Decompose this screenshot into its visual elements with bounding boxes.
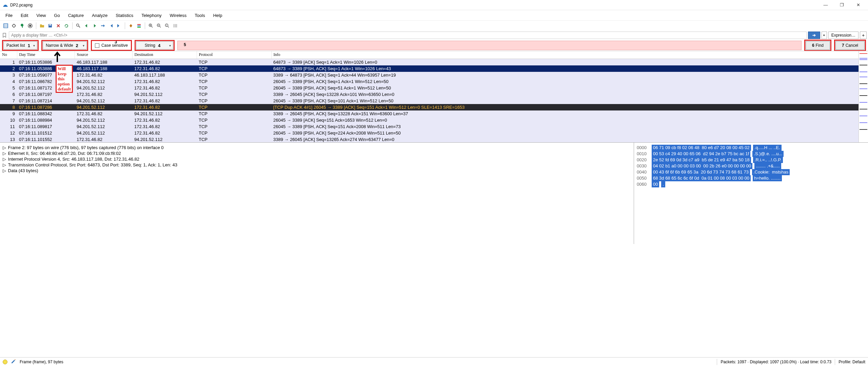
display-filter-input[interactable] xyxy=(9,32,807,39)
bookmark-icon[interactable] xyxy=(1,32,7,38)
col-time[interactable]: Day Time xyxy=(17,51,75,59)
charset-dropdown[interactable]: Narrow & Wide 2 xyxy=(43,41,87,49)
goto-last-icon[interactable] xyxy=(115,22,123,29)
table-row[interactable]: 607:16:11.087197172.31.46.8294.201.52.11… xyxy=(0,91,868,98)
filter-bar: ➔ ▾ Expression… + xyxy=(0,30,868,40)
table-row[interactable]: 807:16:11.08728694.201.52.112172.31.46.8… xyxy=(0,104,868,110)
goto-first-icon[interactable] xyxy=(107,22,115,29)
charset-label: Narrow & Wide xyxy=(46,43,73,48)
svg-line-9 xyxy=(79,26,80,27)
packet-table: No Day Time Source Destination Protocol … xyxy=(0,51,868,142)
close-button[interactable]: ✕ xyxy=(853,2,863,8)
search-in-wrap: Packet list 1 xyxy=(2,40,39,51)
hex-line[interactable]: 006000. xyxy=(637,181,865,187)
tree-item[interactable]: ▷ Internet Protocol Version 4, Src: 46.1… xyxy=(3,156,631,162)
filter-history-dropdown[interactable]: ▾ xyxy=(822,32,827,39)
menu-edit[interactable]: Edit xyxy=(17,12,32,19)
zoom-in-icon[interactable] xyxy=(147,22,155,29)
tree-item[interactable]: ▷ Data (43 bytes) xyxy=(3,168,631,174)
hex-view[interactable]: 000006 71 09 cb f8 02 06 48 80 e6 d7 20 … xyxy=(634,143,868,244)
apply-filter-button[interactable]: ➔ xyxy=(808,32,820,39)
table-row[interactable]: 107:16:11.05388646.183.117.188172.31.46.… xyxy=(0,59,868,65)
stop-capture-icon[interactable] xyxy=(26,22,34,29)
start-capture-icon[interactable] xyxy=(18,22,26,29)
colorize-icon[interactable] xyxy=(135,22,143,29)
cancel-button[interactable]: 7 Cancel xyxy=(835,41,865,50)
hex-line[interactable]: 003004 02 b1 a0 00 00 03 00 00 2b 26 e0 … xyxy=(637,163,865,169)
resize-columns-icon[interactable] xyxy=(172,22,179,29)
zoom-out-icon[interactable] xyxy=(155,22,163,29)
case-sensitive-checkbox[interactable]: Case sensitive xyxy=(92,41,131,49)
table-row[interactable]: 907:16:11.088342172.31.46.8294.201.52.11… xyxy=(0,110,868,117)
menu-statistics[interactable]: Statistics xyxy=(112,12,137,19)
annotation-2: 2 xyxy=(76,43,78,48)
table-row[interactable]: 207:16:11.05388646.183.117.188172.31.46.… xyxy=(0,65,868,72)
col-dst[interactable]: Destination xyxy=(132,51,197,59)
search-in-dropdown[interactable]: Packet list 1 xyxy=(3,41,37,49)
menu-view[interactable]: View xyxy=(32,12,50,19)
find-icon[interactable] xyxy=(75,22,82,29)
packet-list[interactable]: No Day Time Source Destination Protocol … xyxy=(0,51,868,142)
hex-line[interactable]: 000006 71 09 cb f8 02 06 48 80 e6 d7 20 … xyxy=(637,145,865,151)
save-icon[interactable] xyxy=(46,22,54,29)
table-row[interactable]: 707:16:11.08721494.201.52.112172.31.46.8… xyxy=(0,98,868,104)
charset-wrap: Narrow & Wide 2 xyxy=(41,40,88,51)
menu-telephony[interactable]: Telephony xyxy=(137,12,165,19)
add-filter-button[interactable]: + xyxy=(860,32,867,39)
menu-capture[interactable]: Capture xyxy=(64,12,88,19)
window-title: DP2.pcapng xyxy=(10,3,821,7)
goto-icon[interactable] xyxy=(99,22,106,29)
search-type-dropdown[interactable]: String 4 xyxy=(136,41,173,49)
menu-help[interactable]: Help xyxy=(209,12,226,19)
close-file-icon[interactable] xyxy=(55,22,62,29)
tree-item[interactable]: ▷ Frame 2: 97 bytes on wire (776 bits), … xyxy=(3,145,631,150)
toolbar: 1 xyxy=(0,20,868,30)
table-row[interactable]: 1107:16:11.08981794.201.52.112172.31.46.… xyxy=(0,123,868,130)
svg-rect-12 xyxy=(137,27,141,28)
maximize-button[interactable]: ❐ xyxy=(837,2,847,8)
open-icon[interactable] xyxy=(38,22,46,29)
table-row[interactable]: 407:16:11.08678294.201.52.112172.31.46.8… xyxy=(0,78,868,85)
keep-default-note: Willkeepthisoptiondefault xyxy=(56,65,73,93)
hex-line[interactable]: 005068 3d 68 65 6c 6c 6f 0d 0a 01 00 08 … xyxy=(637,175,865,181)
menu-tools[interactable]: Tools xyxy=(191,12,209,19)
table-row[interactable]: 1307:16:11.101552172.31.46.8294.201.52.1… xyxy=(0,136,868,143)
expert-info-icon[interactable] xyxy=(3,360,7,364)
menu-file[interactable]: File xyxy=(1,12,17,19)
hex-line[interactable]: 004000 43 6f 6f 6b 69 65 3a 20 6d 73 74 … xyxy=(637,169,865,175)
search-input[interactable]: 5 xyxy=(177,41,802,50)
menu-analyze[interactable]: Analyze xyxy=(88,12,112,19)
zoom-reset-icon[interactable]: 1 xyxy=(163,22,171,29)
hex-line[interactable]: 00202e 52 fd 69 0d 3d c7 a9 b5 de 21 e9 … xyxy=(637,157,865,163)
table-row[interactable]: 507:16:11.08717294.201.52.112172.31.46.8… xyxy=(0,85,868,91)
tree-item[interactable]: ▷ Transmission Control Protocol, Src Por… xyxy=(3,162,631,168)
col-src[interactable]: Source xyxy=(75,51,132,59)
reload-icon[interactable] xyxy=(63,22,70,29)
find-button[interactable]: 6 Find xyxy=(806,41,830,50)
find-button-wrap: 6 Find xyxy=(804,40,831,51)
expression-button[interactable]: Expression… xyxy=(828,32,859,39)
autoscroll-icon[interactable] xyxy=(127,22,135,29)
menu-wireless[interactable]: Wireless xyxy=(165,12,191,19)
table-row[interactable]: 1207:16:11.10151294.201.52.112172.31.46.… xyxy=(0,130,868,136)
forward-icon[interactable] xyxy=(91,22,98,29)
back-icon[interactable] xyxy=(83,22,90,29)
table-row[interactable]: 307:16:11.059077172.31.46.8246.183.117.1… xyxy=(0,72,868,78)
col-no[interactable]: No xyxy=(0,51,17,59)
packet-tree[interactable]: ▷ Frame 2: 97 bytes on wire (776 bits), … xyxy=(0,143,634,244)
edit-icon[interactable] xyxy=(11,359,16,365)
table-header[interactable]: No Day Time Source Destination Protocol … xyxy=(0,51,868,59)
hex-line[interactable]: 001000 53 c4 29 40 00 65 06 d2 94 2e b7 … xyxy=(637,151,865,157)
menu-go[interactable]: Go xyxy=(50,12,64,19)
table-row[interactable]: 1007:16:11.08898494.201.52.112172.31.46.… xyxy=(0,117,868,123)
col-info[interactable]: Info xyxy=(271,51,868,59)
details-pane: ▷ Frame 2: 97 bytes on wire (776 bits), … xyxy=(0,142,868,244)
minimize-button[interactable]: — xyxy=(821,2,831,8)
capture-options-icon[interactable] xyxy=(10,22,18,29)
interfaces-icon[interactable] xyxy=(2,22,9,29)
tree-item[interactable]: ▷ Ethernet II, Src: 06:48:80:e6:d7:20, D… xyxy=(3,150,631,156)
col-proto[interactable]: Protocol xyxy=(197,51,271,59)
annotation-1: 1 xyxy=(28,43,30,48)
svg-rect-0 xyxy=(4,24,8,28)
minimap[interactable] xyxy=(859,51,868,142)
